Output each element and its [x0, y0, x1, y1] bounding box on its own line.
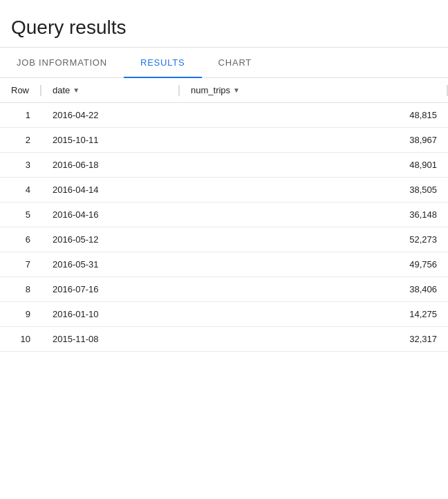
cell-num-trips: 38,967 [180, 128, 448, 153]
cell-date: 2016-05-31 [41, 252, 180, 277]
page-header: Query results [0, 0, 448, 47]
cell-num-trips: 14,275 [180, 302, 448, 327]
table-row: 82016-07-1638,406 [0, 277, 448, 302]
table-row: 42016-04-1438,505 [0, 178, 448, 203]
cell-date: 2016-04-14 [41, 178, 180, 203]
col-header-date[interactable]: date ▼ [41, 78, 180, 103]
cell-row-num: 10 [0, 327, 41, 352]
cell-num-trips: 32,317 [180, 327, 448, 352]
cell-row-num: 2 [0, 128, 41, 153]
table-row: 62016-05-1252,273 [0, 227, 448, 252]
page-title: Query results [11, 17, 437, 39]
cell-num-trips: 52,273 [180, 227, 448, 252]
col-header-num-trips[interactable]: num_trips ▼ [180, 78, 448, 103]
cell-date: 2015-11-08 [41, 327, 180, 352]
cell-num-trips: 38,406 [180, 277, 448, 302]
table-header-row: Row date ▼ num_trips ▼ [0, 78, 448, 103]
table-row: 92016-01-1014,275 [0, 302, 448, 327]
col-header-row: Row [0, 78, 41, 103]
cell-date: 2016-01-10 [41, 302, 180, 327]
table-row: 102015-11-0832,317 [0, 327, 448, 352]
table-row: 12016-04-2248,815 [0, 103, 448, 128]
cell-num-trips: 48,901 [180, 153, 448, 178]
cell-row-num: 8 [0, 277, 41, 302]
table-row: 52016-04-1636,148 [0, 203, 448, 227]
results-table: Row date ▼ num_trips ▼ [0, 78, 448, 352]
cell-row-num: 5 [0, 203, 41, 227]
cell-row-num: 7 [0, 252, 41, 277]
cell-row-num: 3 [0, 153, 41, 178]
cell-date: 2016-04-22 [41, 103, 180, 128]
cell-num-trips: 48,815 [180, 103, 448, 128]
cell-row-num: 1 [0, 103, 41, 128]
cell-date: 2015-10-11 [41, 128, 180, 153]
cell-num-trips: 49,756 [180, 252, 448, 277]
cell-date: 2016-07-16 [41, 277, 180, 302]
results-table-container: Row date ▼ num_trips ▼ [0, 78, 448, 352]
cell-row-num: 4 [0, 178, 41, 203]
tab-chart[interactable]: CHART [202, 48, 269, 77]
cell-num-trips: 36,148 [180, 203, 448, 227]
cell-num-trips: 38,505 [180, 178, 448, 203]
cell-date: 2016-05-12 [41, 227, 180, 252]
cell-date: 2016-04-16 [41, 203, 180, 227]
table-row: 32016-06-1848,901 [0, 153, 448, 178]
tabs-bar: JOB INFORMATION RESULTS CHART [0, 48, 448, 78]
table-body: 12016-04-2248,81522015-10-1138,96732016-… [0, 103, 448, 352]
table-row: 22015-10-1138,967 [0, 128, 448, 153]
cell-row-num: 6 [0, 227, 41, 252]
sort-arrow-num-trips: ▼ [233, 86, 240, 94]
cell-row-num: 9 [0, 302, 41, 327]
cell-date: 2016-06-18 [41, 153, 180, 178]
table-row: 72016-05-3149,756 [0, 252, 448, 277]
sort-arrow-date: ▼ [73, 86, 80, 94]
tab-job-information[interactable]: JOB INFORMATION [0, 48, 124, 77]
tab-results[interactable]: RESULTS [124, 48, 202, 77]
